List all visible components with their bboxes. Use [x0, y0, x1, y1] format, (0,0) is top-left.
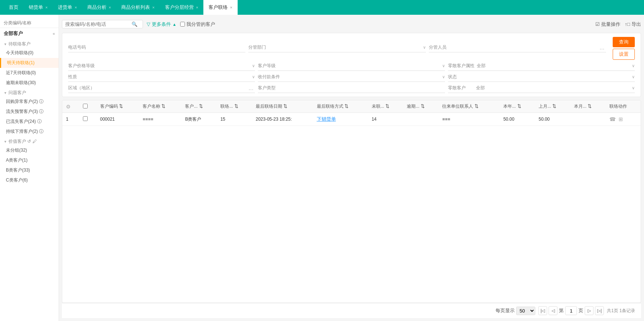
col-last-contact-method: 最后联络方式 ⇅: [313, 100, 368, 113]
nav-customer-contact[interactable]: 客户联络 ×: [203, 0, 237, 15]
export-icon: ↑□: [625, 21, 630, 27]
filter-gender: 性质 ∨: [68, 74, 255, 82]
col-this-year: 本年... ⇅: [500, 100, 535, 113]
sidebar-item-ungrouped[interactable]: 未分组(32): [0, 145, 59, 155]
table-row: 1 000021 ■■■■ B类客户 15 2023-05-23 18:25: …: [62, 113, 641, 126]
col-checkbox: [79, 100, 96, 113]
row-last-method: 下销货单: [313, 113, 368, 126]
sort-lastmonth-icon: ⇅: [552, 103, 556, 109]
filter-gender-select[interactable]: ∨: [96, 75, 255, 79]
more-conditions-btn[interactable]: ▽ 更多条件 ▲: [147, 21, 176, 28]
filter-value-level-select[interactable]: ∨: [97, 63, 255, 68]
filter-retail-attr-chevron-icon: ∨: [632, 63, 635, 68]
action-phone-icon[interactable]: ☎: [609, 116, 616, 122]
action-grid-icon[interactable]: ⊞: [619, 116, 623, 122]
row-type: B类客户: [181, 113, 217, 126]
pagination: |◁ ◁ 第 页 ▷ ▷|: [538, 306, 604, 315]
first-page-btn[interactable]: |◁: [538, 306, 547, 315]
filter-customer-type-label: 客户类型: [258, 85, 284, 91]
sort-icon: ⇅: [119, 103, 123, 109]
export-btn[interactable]: ↑□ 导出: [625, 21, 641, 28]
sidebar-item-churn-warning[interactable]: 流失预警客户(3) ⓘ: [0, 107, 59, 117]
search-input-wrap: 🔍: [62, 20, 143, 28]
row-last-date: 2023-05-23 18:25:: [252, 113, 313, 126]
sort-name-icon: ⇅: [161, 103, 165, 109]
prev-page-btn[interactable]: ◁: [549, 306, 557, 315]
filter-customer-level-select[interactable]: ∨: [286, 63, 445, 68]
close-customer-tier-icon[interactable]: ×: [196, 5, 198, 10]
total-text: 共1页 1条记录: [607, 308, 635, 314]
close-product-analysis-icon[interactable]: ×: [109, 5, 111, 10]
sidebar-item-declining[interactable]: 持续下滑客户(2) ⓘ: [0, 127, 59, 137]
select-all-checkbox[interactable]: [83, 104, 88, 108]
last-method-link[interactable]: 下销货单: [317, 116, 336, 122]
sidebar-item-overdue-contact[interactable]: 逾期未联络(30): [0, 78, 59, 88]
sidebar-search-input[interactable]: [4, 20, 59, 25]
sidebar-item-churned[interactable]: 已流失客户(24) ⓘ: [0, 117, 59, 127]
nav-product-analysis-list[interactable]: 商品分析列表 ×: [116, 0, 160, 15]
last-page-btn[interactable]: ▷|: [595, 306, 604, 315]
query-button[interactable]: 查询: [613, 37, 635, 47]
sidebar-group-value: 价值客户 ↺ 🖊: [0, 137, 59, 145]
table-gear-icon[interactable]: ⚙: [66, 104, 71, 110]
sidebar-all-customers[interactable]: 全部客户 «: [0, 28, 59, 39]
sidebar-group-problem: 问题客户: [0, 88, 59, 97]
nav-purchase-order[interactable]: 进货单 ×: [53, 0, 82, 15]
settings-button[interactable]: 设置: [613, 49, 635, 60]
col-this-month: 本月... ⇅: [570, 100, 606, 113]
nav-sales-order[interactable]: 销货单 ×: [24, 0, 53, 15]
close-sales-order-icon[interactable]: ×: [45, 5, 48, 10]
more-conditions-arrow-icon: ▲: [172, 22, 176, 27]
content-area: 🔍 ▽ 更多条件 ▲ 我分管的客户 ☑ 批量操作 ↑□ 导出: [59, 15, 644, 321]
row-checkbox[interactable]: [83, 116, 88, 121]
filter-retail-attr-select[interactable]: 全部 ∨: [477, 63, 635, 69]
filter-retail-customer-select[interactable]: 全部 ∨: [476, 85, 635, 91]
my-customers-checkbox[interactable]: [180, 22, 185, 27]
filter-row-2: 客户价格等级 ∨ 客户等级 ∨ 零散客户属性 全部: [68, 63, 635, 71]
filter-retail-attr-label: 零散客户属性: [448, 63, 475, 69]
sidebar-item-7days-pending[interactable]: 近7天待联络(0): [0, 68, 59, 78]
filter-dept-label: 分管部门: [248, 44, 274, 51]
search-input[interactable]: [65, 21, 132, 27]
filter-region-more-icon[interactable]: …: [247, 85, 255, 91]
next-page-btn[interactable]: ▷: [585, 306, 594, 315]
page-size-select: 每页显示 50 100 200: [496, 307, 535, 315]
nav-home[interactable]: 首页: [4, 0, 24, 15]
row-this-year: 50.00: [500, 113, 535, 126]
close-product-analysis-list-icon[interactable]: ×: [152, 5, 154, 10]
filter-manager-label: 分管人员: [429, 44, 455, 51]
batch-op-btn[interactable]: ☑ 批量操作: [595, 21, 620, 28]
sidebar-item-today-pending[interactable]: 今天待联络(0): [0, 48, 59, 58]
filter-status-chevron-icon: ∨: [632, 75, 635, 79]
sort-not-icon: ⇅: [385, 103, 389, 109]
filter-payment-select[interactable]: ∨: [286, 75, 445, 79]
search-icon[interactable]: 🔍: [132, 21, 137, 27]
sidebar-item-class-b[interactable]: B类客户(33): [0, 165, 59, 175]
filter-phone: 电话号码: [68, 44, 245, 52]
row-contact-count: 15: [217, 113, 252, 126]
table-header-row: ⚙ 客户编码 ⇅ 客户名称 ⇅ 客户... ⇅ 联络... ⇅ 最后联络日期 ⇅…: [62, 100, 641, 113]
filter-dept: 分管部门 ∨: [248, 44, 426, 52]
filter-manager-more-icon[interactable]: …: [598, 45, 606, 51]
filter-status-select[interactable]: ∨: [476, 75, 635, 79]
filter-status: 状态 ∨: [448, 74, 635, 82]
nav-product-analysis[interactable]: 商品分析 ×: [82, 0, 116, 15]
close-customer-contact-icon[interactable]: ×: [230, 5, 232, 10]
col-unit-contact: 往来单位联系人 ⇅: [438, 100, 500, 113]
sidebar-collapse-icon: «: [53, 31, 55, 36]
page-size-dropdown[interactable]: 50 100 200: [516, 307, 535, 315]
sort-month-icon: ⇅: [588, 103, 592, 109]
filter-actions: 查询 设置: [613, 37, 635, 60]
sidebar-group-pending: 待联络客户: [0, 39, 59, 48]
nav-customer-tier[interactable]: 客户分层经营 ×: [160, 0, 203, 15]
row-code: 000021: [97, 113, 139, 126]
sidebar-item-abnormal-purchase[interactable]: 回购异常客户(2) ⓘ: [0, 97, 59, 107]
sidebar-item-class-a[interactable]: A类客户(1): [0, 155, 59, 165]
close-purchase-order-icon[interactable]: ×: [74, 5, 77, 10]
filter-dept-select[interactable]: ∨: [276, 45, 426, 50]
sidebar-item-tomorrow-pending[interactable]: 明天待联络(1): [0, 58, 59, 68]
sidebar-item-class-c[interactable]: C类客户(6): [0, 175, 59, 185]
filter-phone-input[interactable]: [96, 45, 245, 50]
filter-region: 区域（地区） …: [68, 85, 255, 93]
page-number-input[interactable]: [565, 306, 577, 315]
